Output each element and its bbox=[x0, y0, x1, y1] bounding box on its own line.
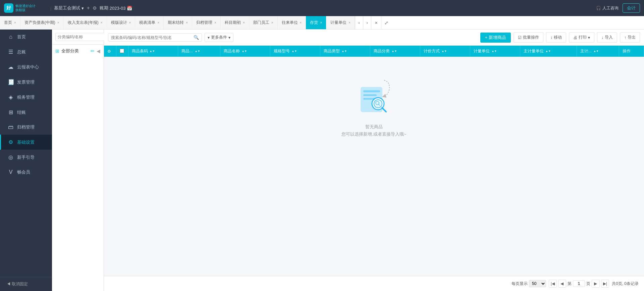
tab-inventory-close[interactable]: × bbox=[320, 21, 322, 25]
collapse-panel-icon[interactable]: ◀ bbox=[97, 48, 100, 54]
dropdown-icon: ▾ bbox=[82, 6, 84, 11]
select-all-checkbox[interactable] bbox=[120, 49, 124, 53]
th-unit[interactable]: 计量单位 ▲▼ bbox=[470, 46, 520, 57]
left-panel: 🔍 ⊞ 全部分类 ✏ ◀ bbox=[52, 30, 104, 291]
more-filter-btn[interactable]: ▾ 更多条件 ▾ bbox=[205, 33, 233, 42]
tab-inventory-label: 存货 bbox=[310, 20, 318, 26]
tab-balance-close[interactable]: × bbox=[57, 21, 59, 25]
calendar-icon[interactable]: 📅 bbox=[127, 6, 132, 11]
th-settings[interactable]: ⚙ bbox=[104, 46, 116, 57]
sort-barcode-icon[interactable]: ▲▼ bbox=[150, 50, 155, 53]
sidebar-item-close[interactable]: ⊞ 结账 bbox=[0, 105, 52, 120]
th-category[interactable]: 商品分类 ▲▼ bbox=[370, 46, 420, 57]
tab-prev-btn[interactable]: ‹ bbox=[355, 16, 363, 30]
divider: | bbox=[50, 6, 51, 11]
sidebar-item-guide[interactable]: ◎ 新手引导 bbox=[0, 150, 52, 165]
tab-expand-btn[interactable]: ⤢ bbox=[381, 16, 391, 30]
empty-illustration bbox=[354, 77, 394, 117]
edit-category-icon[interactable]: ✏ bbox=[91, 48, 95, 54]
sidebar-item-tax[interactable]: ◈ 税务管理 bbox=[0, 90, 52, 105]
period-display: 账期 2023-03 📅 bbox=[100, 5, 132, 11]
sidebar-item-home-label: 首页 bbox=[17, 34, 26, 40]
print-label: 打印 bbox=[579, 35, 587, 40]
company-selector[interactable]: 基层工会测试 ▾ bbox=[54, 5, 84, 11]
category-search-input[interactable] bbox=[55, 33, 110, 41]
sort-type-icon[interactable]: ▲▼ bbox=[342, 50, 347, 53]
add-company-btn[interactable]: + bbox=[87, 5, 90, 11]
sort-spec-icon[interactable]: ▲▼ bbox=[292, 50, 297, 53]
tab-period-end[interactable]: 期末结转 × bbox=[164, 16, 192, 29]
tab-home[interactable]: 首页 × bbox=[0, 16, 20, 29]
sort-category-icon[interactable]: ▲▼ bbox=[392, 50, 397, 53]
print-btn[interactable]: 🖨 打印 ▾ bbox=[569, 32, 594, 43]
tab-unit-close[interactable]: × bbox=[348, 21, 351, 25]
settings-btn[interactable]: ⚙ bbox=[93, 5, 97, 11]
tab-next-btn[interactable]: › bbox=[363, 16, 371, 30]
table-settings-icon[interactable]: ⚙ bbox=[107, 49, 111, 54]
tab-balance[interactable]: 资产负债表(中期) × bbox=[20, 16, 64, 29]
tab-inventory[interactable]: 存货 × bbox=[306, 16, 326, 29]
tab-template[interactable]: 模版设计 × bbox=[107, 16, 136, 29]
service-btn[interactable]: 🎧 人工咨询 bbox=[596, 5, 619, 11]
page-size-select[interactable]: 50 100 bbox=[529, 280, 546, 287]
category-search: 🔍 bbox=[52, 30, 104, 45]
tab-subject-close[interactable]: × bbox=[243, 21, 245, 25]
sidebar-item-invoice[interactable]: 🧾 发票管理 bbox=[0, 75, 52, 90]
sidebar-item-archive-label: 归档管理 bbox=[17, 124, 35, 130]
tab-archive[interactable]: 归档管理 × bbox=[192, 16, 221, 29]
account-btn[interactable]: 会计 bbox=[623, 3, 640, 13]
sort-price-icon[interactable]: ▲▼ bbox=[441, 50, 447, 53]
tab-income-close[interactable]: × bbox=[101, 21, 103, 25]
th-type[interactable]: 商品类型 ▲▼ bbox=[320, 46, 370, 57]
tab-period-end-close[interactable]: × bbox=[186, 21, 188, 25]
th-spec[interactable]: 规格型号 ▲▼ bbox=[270, 46, 320, 57]
th-name[interactable]: 商品名称 ▲▼ bbox=[220, 46, 270, 57]
sidebar-item-member[interactable]: V 畅会员 bbox=[0, 165, 52, 180]
th-code[interactable]: 商品... ▲▼ bbox=[178, 46, 220, 57]
product-search-bar[interactable]: 🔍 bbox=[108, 33, 202, 42]
sort-name-icon[interactable]: ▲▼ bbox=[242, 50, 247, 53]
cloud-icon: ☁ bbox=[8, 64, 14, 70]
tab-tax-close[interactable]: × bbox=[157, 21, 159, 25]
cancel-fixed-btn[interactable]: ◀ 取消固定 bbox=[0, 277, 52, 291]
tab-subject[interactable]: 科目期初 × bbox=[221, 16, 249, 29]
tab-home-close[interactable]: × bbox=[14, 21, 16, 25]
sort-extra-icon[interactable]: ▲▼ bbox=[593, 50, 599, 53]
tab-dept[interactable]: 部门员工 × bbox=[249, 16, 278, 29]
th-checkbox[interactable] bbox=[116, 46, 128, 57]
tab-close-all-btn[interactable]: × bbox=[371, 16, 381, 30]
sidebar-item-report[interactable]: ☁ 云报表中心 bbox=[0, 59, 52, 75]
sidebar-item-home[interactable]: ⌂ 首页 bbox=[0, 30, 52, 44]
th-main-unit[interactable]: 主计量单位 ▲▼ bbox=[520, 46, 577, 57]
tab-customer[interactable]: 往来单位 × bbox=[278, 16, 306, 29]
th-barcode[interactable]: 商品条码 ▲▼ bbox=[128, 46, 178, 57]
tab-template-close[interactable]: × bbox=[129, 21, 131, 25]
export-btn[interactable]: ↑ 导出 bbox=[620, 32, 640, 43]
product-search-icon[interactable]: 🔍 bbox=[194, 35, 199, 40]
sort-code-icon[interactable]: ▲▼ bbox=[195, 50, 200, 53]
th-price-method[interactable]: 计价方式 ▲▼ bbox=[420, 46, 470, 57]
sidebar-item-archive[interactable]: 🗃 归档管理 bbox=[0, 120, 52, 135]
sort-unit-icon[interactable]: ▲▼ bbox=[491, 50, 497, 53]
tab-dept-close[interactable]: × bbox=[271, 21, 273, 25]
page-number-input[interactable] bbox=[573, 280, 585, 287]
sidebar-item-basic[interactable]: ⚙ 基础设置 bbox=[0, 135, 52, 150]
next-page-btn[interactable]: ▶ bbox=[592, 280, 600, 288]
tab-income[interactable]: 收入支出表(年报) × bbox=[64, 16, 107, 29]
sort-main-unit-icon[interactable]: ▲▼ bbox=[545, 50, 551, 53]
last-page-btn[interactable]: ▶| bbox=[601, 280, 609, 288]
tab-archive-close[interactable]: × bbox=[214, 21, 216, 25]
tab-customer-close[interactable]: × bbox=[300, 21, 302, 25]
batch-btn[interactable]: ☑ 批量操作 bbox=[514, 32, 543, 43]
import-btn[interactable]: ↓ 导入 bbox=[597, 32, 617, 43]
th-extra[interactable]: 主计... ▲▼ bbox=[577, 46, 619, 57]
add-product-btn[interactable]: + 新增商品 bbox=[480, 33, 511, 43]
tab-tax[interactable]: 税表清单 × bbox=[135, 16, 164, 29]
product-search-input[interactable] bbox=[111, 35, 194, 40]
move-btn[interactable]: ↕ 移动 bbox=[546, 32, 566, 43]
sidebar-item-ledger[interactable]: ☰ 总账 bbox=[0, 44, 52, 59]
all-category-item[interactable]: ⊞ 全部分类 ✏ ◀ bbox=[52, 45, 104, 57]
first-page-btn[interactable]: |◀ bbox=[549, 280, 557, 288]
prev-page-btn[interactable]: ◀ bbox=[558, 280, 566, 288]
tab-unit[interactable]: 计量单位 × bbox=[326, 16, 355, 29]
